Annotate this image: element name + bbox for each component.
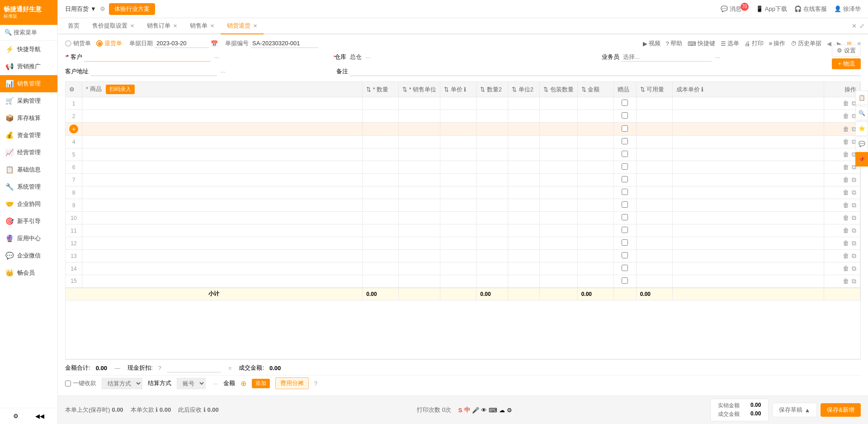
tab-return[interactable]: 销货退货 ✕	[221, 18, 264, 34]
qty-cell-2[interactable]	[363, 110, 399, 123]
ime-settings2-icon[interactable]: ⚙	[507, 407, 512, 414]
unit2-cell-14[interactable]	[508, 262, 540, 275]
product-cell-15[interactable]	[82, 275, 363, 288]
sidebar-item-jingying[interactable]: 📈 经营管理	[0, 144, 57, 161]
product-input-3[interactable]	[86, 126, 359, 133]
right-panel-btn-1[interactable]: 📋	[855, 91, 868, 105]
delete-row-btn-12[interactable]: 🗑	[843, 239, 849, 247]
amount-cell-5[interactable]	[577, 148, 613, 161]
sidebar-item-xitong[interactable]: 🔧 系统管理	[0, 178, 57, 195]
date-input[interactable]	[155, 39, 209, 48]
gift-checkbox-10[interactable]	[622, 214, 628, 220]
available-cell-14[interactable]	[636, 262, 672, 275]
customer-lookup-btn[interactable]: ···	[214, 54, 219, 61]
qty-cell-12[interactable]	[363, 237, 399, 250]
qty2-cell-9[interactable]	[476, 199, 508, 212]
pack-qty-cell-2[interactable]	[540, 110, 577, 123]
right-panel-btn-4[interactable]: 💬	[855, 137, 868, 151]
available-cell-3[interactable]	[636, 123, 672, 136]
scan-input-btn[interactable]: 扫码录入	[106, 85, 135, 94]
product-cell-14[interactable]	[82, 262, 363, 275]
available-cell-13[interactable]	[636, 250, 672, 262]
industry-select[interactable]: 日用百货 ▼	[65, 5, 96, 13]
tab-close-sales-order[interactable]: ✕	[173, 23, 177, 29]
available-cell-15[interactable]	[636, 275, 672, 288]
gift-checkbox-12[interactable]	[622, 239, 628, 246]
product-cell-9[interactable]	[82, 199, 363, 212]
qty2-cell-8[interactable]	[476, 186, 508, 199]
cost-price-cell-12[interactable]	[672, 237, 824, 250]
pack-qty-cell-3[interactable]	[540, 123, 577, 136]
unit2-cell-9[interactable]	[508, 199, 540, 212]
qty2-cell-10[interactable]	[476, 212, 508, 224]
discount-input[interactable]	[167, 363, 221, 372]
gift-cell-12[interactable]	[613, 237, 636, 250]
price-cell-4[interactable]	[440, 136, 476, 148]
print-btn[interactable]: 🖨 打印	[745, 39, 764, 48]
pack-qty-cell-13[interactable]	[540, 250, 577, 262]
unit2-cell-5[interactable]	[508, 148, 540, 161]
gift-cell-6[interactable]	[613, 161, 636, 174]
product-cell-5[interactable]	[82, 148, 363, 161]
amount-cell-4[interactable]	[577, 136, 613, 148]
amount-cell-15[interactable]	[577, 275, 613, 288]
unit2-cell-1[interactable]	[508, 97, 540, 110]
tab-price-settings[interactable]: 售价提取设置 ✕	[86, 18, 141, 34]
gift-checkbox-2[interactable]	[622, 112, 628, 119]
gift-cell-8[interactable]	[613, 186, 636, 199]
delete-row-btn-3[interactable]: 🗑	[843, 125, 849, 133]
unit-cell-4[interactable]	[399, 136, 440, 148]
available-cell-6[interactable]	[636, 161, 672, 174]
gift-cell-1[interactable]	[613, 97, 636, 110]
gift-checkbox-15[interactable]	[622, 277, 628, 284]
qty-cell-15[interactable]	[363, 275, 399, 288]
sidebar-item-caigou[interactable]: 🛒 采购管理	[0, 92, 57, 110]
gift-checkbox-14[interactable]	[622, 265, 628, 271]
product-cell-12[interactable]	[82, 237, 363, 250]
product-cell-11[interactable]	[82, 224, 363, 237]
pack-qty-cell-7[interactable]	[540, 174, 577, 186]
price-cell-6[interactable]	[440, 161, 476, 174]
delete-row-btn-13[interactable]: 🗑	[843, 252, 849, 260]
pack-qty-cell-6[interactable]	[540, 161, 577, 174]
gift-checkbox-11[interactable]	[622, 227, 628, 233]
cost-price-cell-15[interactable]	[672, 275, 824, 288]
gift-checkbox-9[interactable]	[622, 201, 628, 208]
qty-cell-6[interactable]	[363, 161, 399, 174]
gift-cell-7[interactable]	[613, 174, 636, 186]
customer-input[interactable]	[84, 52, 211, 62]
cost-price-cell-14[interactable]	[672, 262, 824, 275]
qty-cell-14[interactable]	[363, 262, 399, 275]
pack-qty-cell-11[interactable]	[540, 224, 577, 237]
unit-cell-14[interactable]	[399, 262, 440, 275]
ime-keyboard-icon[interactable]: ⌨	[489, 407, 497, 414]
price-cell-12[interactable]	[440, 237, 476, 250]
price-cell-15[interactable]	[440, 275, 476, 288]
gift-cell-9[interactable]	[613, 199, 636, 212]
cost-price-cell-6[interactable]	[672, 161, 824, 174]
history-btn[interactable]: ⏱ 历史单据	[791, 39, 821, 48]
copy-row-btn-7[interactable]: ⧉	[852, 176, 856, 184]
available-cell-2[interactable]	[636, 110, 672, 123]
qty2-cell-11[interactable]	[476, 224, 508, 237]
copy-row-btn-9[interactable]: ⧉	[852, 201, 856, 209]
price-cell-11[interactable]	[440, 224, 476, 237]
pack-qty-cell-1[interactable]	[540, 97, 577, 110]
settings-icon[interactable]: ⚙	[13, 413, 19, 419]
qty2-cell-15[interactable]	[476, 275, 508, 288]
gift-cell-15[interactable]	[613, 275, 636, 288]
price-cell-13[interactable]	[440, 250, 476, 262]
delete-row-btn-10[interactable]: 🗑	[843, 214, 849, 222]
message-btn[interactable]: 💬 消息 70	[721, 5, 749, 13]
product-input-4[interactable]	[86, 138, 359, 145]
gift-checkbox-8[interactable]	[622, 189, 628, 195]
account-lookup-btn[interactable]: ···	[213, 380, 218, 387]
salesperson-lookup-btn[interactable]: ···	[715, 54, 720, 61]
amount-cell-6[interactable]	[577, 161, 613, 174]
price-cell-14[interactable]	[440, 262, 476, 275]
amount-cell-2[interactable]	[577, 110, 613, 123]
unit2-cell-10[interactable]	[508, 212, 540, 224]
amount-cell-3[interactable]	[577, 123, 613, 136]
ime-cloud-icon[interactable]: ☁	[499, 407, 505, 414]
price-cell-1[interactable]	[440, 97, 476, 110]
